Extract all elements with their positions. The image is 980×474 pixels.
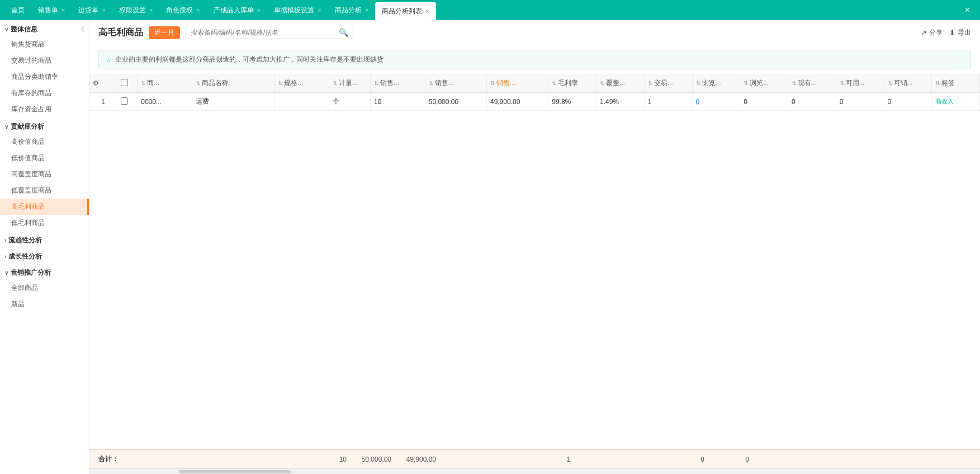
col-trade[interactable]: ⇅交易...: [644, 74, 692, 93]
sidebar-item-in-stock[interactable]: 有库存的商品: [0, 85, 89, 101]
sidebar-item-all-goods[interactable]: 全部商品: [0, 280, 89, 296]
top-nav-bar: 首页 销售单 × 进货单 × 权限设置 × 角色授权 × 产成品入库单 × 单据…: [0, 0, 980, 20]
sidebar-item-low-coverage[interactable]: 低覆盖度商品: [0, 182, 89, 199]
table-footer: 合计： 10 50,000.00 49,900.00 1 0 0: [89, 449, 980, 468]
search-input[interactable]: [191, 29, 337, 36]
cell-sales3: 49,900.00: [487, 93, 548, 111]
footer-available: 0: [708, 456, 752, 463]
col-gross-rate[interactable]: ⇅毛利率: [548, 74, 596, 93]
col-saleable[interactable]: ⇅可销...: [884, 74, 932, 93]
col-name[interactable]: ⇅商品名称: [192, 74, 274, 93]
sidebar-item-low-margin[interactable]: 低毛利商品: [0, 215, 89, 231]
content-header: 高毛利商品 近一月 🔍 ↗ 分享 ⬇ 导出: [89, 20, 980, 45]
footer-sales1: 10: [305, 456, 350, 463]
close-analysis-tab[interactable]: ×: [365, 7, 368, 13]
nav-product-analysis[interactable]: 商品分析 ×: [328, 0, 375, 20]
cell-gross-rate: 99.8%: [548, 93, 596, 111]
export-icon: ⬇: [949, 29, 955, 37]
cell-tag: 高收入: [932, 93, 980, 111]
nav-template[interactable]: 单据模板设置 ×: [267, 0, 328, 20]
col-settings[interactable]: ⚙: [89, 74, 117, 93]
close-purchase-tab[interactable]: ×: [102, 7, 105, 13]
sidebar-item-sales-goods[interactable]: 销售货商品: [0, 36, 89, 53]
sidebar: 《 ∨ 整体信息 销售货商品 交易过的商品 商品分类助销率 有库存的商品 库存资…: [0, 20, 89, 474]
marketing-arrow-icon: ∨: [4, 270, 8, 276]
select-all-checkbox[interactable]: [121, 79, 128, 86]
contribution-arrow-icon: ∨: [4, 124, 8, 130]
growth-arrow-icon: ›: [4, 254, 6, 260]
table-row: 1 0000... 运费 个 10 50,000.00 49,900.00 99…: [89, 93, 980, 111]
cell-browse1[interactable]: 0: [692, 93, 740, 111]
sidebar-item-low-value[interactable]: 低价值商品: [0, 150, 89, 166]
scrollbar-thumb[interactable]: [179, 470, 291, 473]
close-sales-tab[interactable]: ×: [61, 7, 65, 13]
footer-current: 0: [663, 456, 708, 463]
sidebar-group-marketing[interactable]: ∨ 营销推广分析: [0, 264, 89, 280]
sidebar-item-high-coverage[interactable]: 高覆盖度商品: [0, 166, 89, 182]
col-sales3[interactable]: ⇅销售...: [487, 74, 548, 93]
share-icon: ↗: [921, 29, 927, 37]
close-product-inbound-tab[interactable]: ×: [257, 7, 261, 13]
sidebar-collapse-button[interactable]: 《: [78, 25, 84, 35]
date-range-button[interactable]: 近一月: [149, 26, 180, 39]
col-code[interactable]: ⇅商...: [138, 74, 192, 93]
sidebar-item-stock-capital[interactable]: 库存资金占用: [0, 101, 89, 118]
data-table: ⚙ ⇅商... ⇅商品名称 ⇅规格... ⇅计量... ⇅销售... ⇅销售..…: [89, 74, 980, 111]
cell-spec: [274, 93, 329, 111]
col-tag[interactable]: ⇅标签: [932, 74, 980, 93]
cell-sales1: 10: [370, 93, 425, 111]
nav-permission[interactable]: 权限设置 ×: [112, 0, 159, 20]
cell-saleable: 0: [884, 93, 932, 111]
sidebar-group-overall[interactable]: ∨ 整体信息: [0, 20, 89, 36]
col-coverage[interactable]: ⇅覆盖...: [596, 74, 645, 93]
overall-arrow-icon: ∨: [4, 26, 8, 32]
nav-purchase[interactable]: 进货单 ×: [72, 0, 112, 20]
sidebar-item-high-value[interactable]: 高价值商品: [0, 134, 89, 150]
search-icon[interactable]: 🔍: [339, 28, 348, 37]
col-unit[interactable]: ⇅计量...: [329, 74, 371, 93]
sidebar-item-new-goods[interactable]: 新品: [0, 296, 89, 312]
row-checkbox[interactable]: [121, 97, 128, 105]
col-checkbox[interactable]: [117, 74, 138, 93]
col-available[interactable]: ⇅可用...: [836, 74, 884, 93]
nav-sales[interactable]: 销售单 ×: [31, 0, 72, 20]
cell-sales2: 50,000.00: [425, 93, 486, 111]
footer-label: 合计：: [98, 454, 132, 464]
sidebar-item-traded-goods[interactable]: 交易过的商品: [0, 53, 89, 69]
close-permission-tab[interactable]: ×: [149, 7, 153, 13]
flow-arrow-icon: ›: [4, 237, 6, 243]
nav-product-analysis-list[interactable]: 商品分析列表 ×: [375, 2, 435, 20]
nav-role[interactable]: 角色授权 ×: [159, 0, 206, 20]
nav-product-inbound[interactable]: 产成品入库单 ×: [207, 0, 267, 20]
col-sales1[interactable]: ⇅销售...: [370, 74, 425, 93]
sidebar-item-category-sales[interactable]: 商品分类助销率: [0, 69, 89, 85]
footer-cells: 10 50,000.00 49,900.00 1 0 0: [132, 456, 971, 463]
footer-sales3: 49,900.00: [395, 456, 439, 463]
close-analysis-list-tab[interactable]: ×: [425, 8, 429, 15]
col-browse2[interactable]: ⇅浏览...: [740, 74, 788, 93]
close-role-tab[interactable]: ×: [196, 7, 200, 13]
col-current[interactable]: ⇅现有...: [788, 74, 836, 93]
content-area: 高毛利商品 近一月 🔍 ↗ 分享 ⬇ 导出: [89, 20, 980, 474]
export-button[interactable]: ⬇ 导出: [949, 28, 971, 37]
footer-trade: 1: [529, 456, 574, 463]
cell-available: 0: [836, 93, 884, 111]
close-template-tab[interactable]: ×: [318, 7, 321, 13]
info-banner: ☆ 企业的主要的利润都是这部分商品创造的，可考虑加大推广，同时关注库存是不要出现…: [98, 50, 971, 69]
footer-sales2: 50,000.00: [350, 456, 395, 463]
nav-home[interactable]: 首页: [4, 0, 31, 20]
bottom-scrollbar[interactable]: [89, 468, 980, 474]
share-button[interactable]: ↗ 分享: [921, 28, 943, 37]
sidebar-group-flow[interactable]: › 流趋性分析: [0, 231, 89, 247]
sidebar-group-growth[interactable]: › 成长性分析: [0, 247, 89, 264]
col-sales2[interactable]: ⇅销售...: [425, 74, 486, 93]
sidebar-item-high-margin[interactable]: 高毛利商品: [0, 199, 89, 215]
info-icon: ☆: [106, 56, 112, 64]
cell-checkbox[interactable]: [117, 93, 138, 111]
col-spec[interactable]: ⇅规格...: [274, 74, 329, 93]
search-wrap: 🔍: [186, 26, 353, 39]
window-close-button[interactable]: ×: [959, 5, 976, 15]
col-browse1[interactable]: ⇅浏览...: [692, 74, 740, 93]
cell-name: 运费: [192, 93, 274, 111]
sidebar-group-contribution[interactable]: ∨ 贡献度分析: [0, 118, 89, 134]
